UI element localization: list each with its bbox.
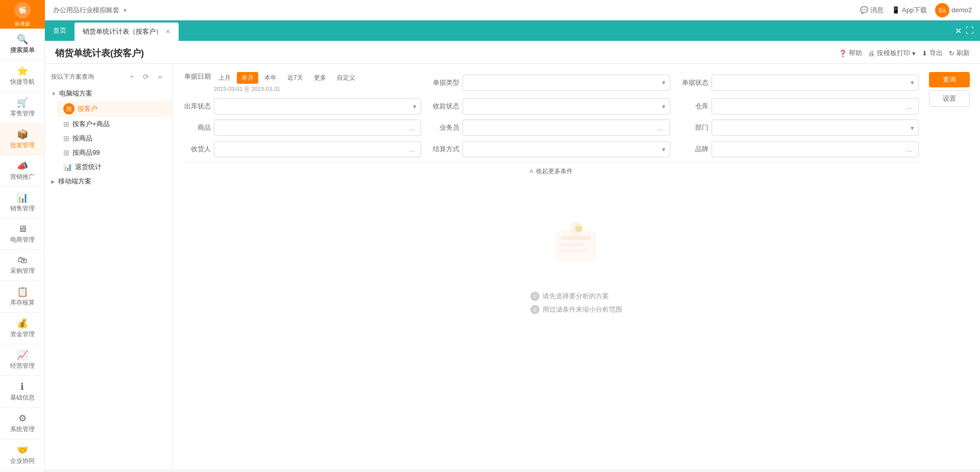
print-icon: 🖨: [868, 50, 875, 57]
tab-sales-report[interactable]: 销货单统计计表（按客户） ✕: [75, 22, 179, 41]
filter-warehouse-item: 仓库 ...: [680, 98, 919, 114]
tree-section-desktop[interactable]: ▼ 电脑端方案: [45, 86, 172, 101]
brand-select[interactable]: ...: [712, 141, 919, 157]
date-btn-thisyear[interactable]: 本年: [260, 72, 281, 84]
app-download-action[interactable]: 📱 App下载: [892, 6, 927, 15]
app-download-label: App下载: [902, 6, 927, 15]
staff-select[interactable]: ...: [462, 120, 670, 136]
window-maximize-icon[interactable]: ⛶: [966, 26, 974, 35]
dept-select[interactable]: ▾: [712, 120, 919, 136]
app-logo[interactable]: 畅 标准版: [0, 0, 45, 29]
goods-label: 商品: [183, 123, 211, 132]
goods-dots[interactable]: ...: [407, 124, 416, 132]
refresh-scheme-button[interactable]: ⟳: [140, 71, 152, 82]
tab-actions: ✕ ⛶: [949, 26, 980, 36]
filter-dept-item: 部门 ▾: [680, 120, 919, 136]
date-btn-7days[interactable]: 近7天: [283, 72, 308, 84]
sidebar-item-finance[interactable]: 💰 资金管理: [0, 313, 44, 344]
sidebar-item-wholesale[interactable]: 📦 批发管理: [0, 124, 44, 155]
tree-item-customer-goods[interactable]: ⊞ 按客户+商品: [57, 117, 172, 131]
refresh-button[interactable]: ↻ 刷新: [949, 49, 970, 58]
settlement-select[interactable]: ▾: [462, 141, 670, 157]
sidebar-item-label: 系统管理: [10, 425, 35, 434]
tab-close-icon[interactable]: ✕: [165, 28, 170, 35]
window-close-icon[interactable]: ✕: [955, 26, 962, 36]
breadcrumb-dropdown-icon[interactable]: ▾: [124, 7, 127, 14]
avatar: Ea: [935, 3, 949, 17]
sidebar-item-marketing[interactable]: 📣 营销推广: [0, 155, 44, 187]
refresh-icon: ↻: [949, 50, 954, 57]
receivestatus-dropdown-icon: ▾: [662, 103, 666, 110]
sidebar-item-enterprise[interactable]: 🤝 企业协同: [0, 439, 44, 471]
tip-text-2: 用过滤条件来缩小分析范围: [543, 303, 622, 316]
doctype-select[interactable]: ▾: [462, 75, 670, 91]
warehouse-select[interactable]: ...: [712, 98, 919, 114]
dept-label: 部门: [680, 123, 708, 132]
empty-tips: ① 请先选择要分析的方案 ② 用过滤条件来缩小分析范围: [530, 290, 622, 316]
help-button[interactable]: ❓ 帮助: [839, 49, 862, 58]
date-picker-wrapper: 上月 本月 本年 近7天 更多 自定义 2023-03-01 至 2023-03…: [214, 72, 421, 93]
staff-label: 业务员: [431, 123, 459, 132]
sidebar-item-ecommerce[interactable]: 🖥 电商管理: [0, 219, 44, 250]
date-btn-more[interactable]: 更多: [309, 72, 331, 84]
collapse-panel-button[interactable]: «: [155, 71, 166, 82]
collapse-button[interactable]: ∧ 收起更多条件: [183, 162, 919, 180]
left-panel: 按以下方案查询 ＋ ⟳ « ▼ 电脑端方案 按: [45, 64, 173, 469]
svg-text:😊: 😊: [574, 224, 583, 233]
sidebar-item-label: 基础信息: [10, 393, 35, 402]
filter-doctype-item: 单据类型 ▾: [431, 72, 670, 93]
sidebar-item-purchase[interactable]: 🛍 采购管理: [0, 250, 44, 281]
date-range-display: 2023-03-01 至 2023-03-31: [214, 85, 421, 93]
action-buttons: 查询 设置: [924, 72, 970, 180]
add-scheme-button[interactable]: ＋: [126, 71, 137, 82]
date-btn-custom[interactable]: 自定义: [332, 72, 360, 84]
sidebar-item-retail[interactable]: 🛒 零售管理: [0, 92, 44, 124]
brand-dots[interactable]: ...: [904, 146, 914, 153]
sidebar-item-sales[interactable]: 📊 销售管理: [0, 187, 44, 219]
tip-num-2: ②: [530, 305, 540, 314]
export-button[interactable]: ⬇ 导出: [922, 49, 943, 58]
print-button[interactable]: 🖨 按模板打印 ▾: [868, 49, 916, 58]
tree-item-goods99[interactable]: ⊞ 按商品99: [57, 146, 172, 160]
right-panel: 单据日期 上月 本月 本年 近7天 更多 自定义: [173, 64, 980, 469]
staff-dots[interactable]: ...: [656, 124, 666, 132]
sidebar-item-label: 营销推广: [10, 173, 35, 181]
tree-item-returns[interactable]: 📊 退货统计: [57, 160, 172, 174]
date-btn-lastmonth[interactable]: 上月: [214, 72, 235, 84]
outstatus-select[interactable]: ▾: [214, 98, 421, 114]
message-label: 消息: [870, 6, 884, 15]
sidebar-item-inventory[interactable]: 📋 库存核算: [0, 281, 44, 313]
sidebar-item-quicknav[interactable]: ⭐ 快捷导航: [0, 60, 44, 92]
goods-select[interactable]: ...: [214, 120, 421, 136]
warehouse-dots[interactable]: ...: [904, 103, 914, 110]
query-button[interactable]: 查询: [929, 72, 970, 87]
filter-staff-item: 业务员 ...: [431, 120, 670, 136]
receivestatus-select[interactable]: ▾: [462, 98, 670, 114]
sidebar-item-baseinfo[interactable]: ℹ 基础信息: [0, 376, 44, 408]
date-btn-thismonth[interactable]: 本月: [237, 72, 258, 84]
docstatus-select[interactable]: ▾: [712, 75, 919, 91]
setting-button[interactable]: 设置: [929, 90, 970, 107]
tree-item-customer[interactable]: 按 按客户: [57, 101, 172, 117]
sidebar-item-search[interactable]: 🔍 搜索菜单: [0, 29, 44, 60]
empty-state: 😊 ① 请先选择要分析的方案 ② 用过滤条件来缩小分析范围: [183, 180, 970, 347]
tab-home[interactable]: 首页: [45, 20, 75, 41]
refresh-label: 刷新: [957, 49, 970, 58]
table4-icon: ⊞: [63, 149, 69, 157]
sidebar-item-operations[interactable]: 📈 经营管理: [0, 344, 44, 376]
recipient-dots[interactable]: ...: [407, 146, 416, 153]
filter-recipient-item: 收货人 ...: [183, 141, 421, 157]
tree-item-label: 按客户: [78, 104, 97, 113]
docstatus-dropdown-icon: ▾: [911, 79, 914, 86]
recipient-select[interactable]: ...: [214, 141, 421, 157]
table3-icon: ⊞: [63, 134, 69, 143]
tree-section-mobile[interactable]: ▶ 移动端方案: [45, 174, 172, 188]
message-action[interactable]: 💬 消息: [860, 6, 884, 15]
chevron-up-icon: ∧: [529, 168, 534, 175]
brand-label: 品牌: [680, 145, 708, 154]
user-action[interactable]: Ea demo2: [935, 3, 972, 17]
info-icon: ℹ: [20, 381, 24, 392]
tree-item-goods[interactable]: ⊞ 按商品: [57, 131, 172, 146]
print-label: 按模板打印: [877, 49, 910, 58]
sidebar-item-system[interactable]: ⚙ 系统管理: [0, 408, 44, 439]
